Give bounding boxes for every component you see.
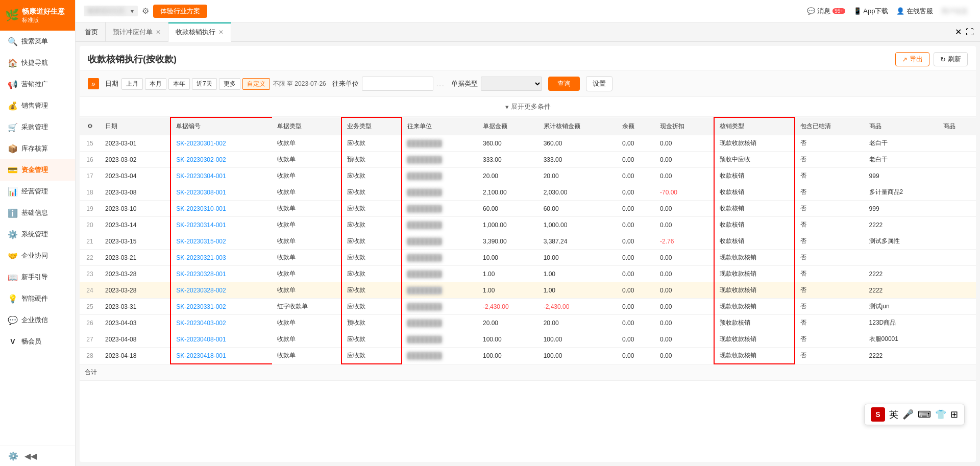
- cell-balance: 0.00: [617, 152, 655, 168]
- breadcrumb-app[interactable]: 畅康道好生意 ▾: [84, 6, 138, 16]
- col-header-order-type[interactable]: 单据类型: [272, 117, 341, 135]
- sidebar-item-marketing[interactable]: 📢 营销推广: [0, 73, 75, 95]
- refresh-button[interactable]: ↻ 刷新: [934, 52, 968, 66]
- order-no-link[interactable]: SK-20230310-001: [176, 205, 226, 212]
- cell-biz-type: 预收款: [341, 315, 402, 331]
- tab-receivable[interactable]: 收款核销执行 ✕: [168, 22, 231, 42]
- partner-cell-blurred: ████████: [407, 238, 442, 245]
- order-no-link[interactable]: SK-20230302-002: [176, 156, 226, 163]
- filter-settings-button[interactable]: 设置: [586, 76, 612, 91]
- cell-order-type: 收款单: [272, 331, 341, 348]
- col-header-include-settled[interactable]: 包含已结清: [795, 117, 864, 135]
- export-button[interactable]: ↗ 导出: [895, 52, 929, 66]
- keyboard-icon[interactable]: ⌨: [918, 409, 931, 420]
- sidebar-item-guide[interactable]: 📖 新手引导: [0, 266, 75, 288]
- col-header-biz-type[interactable]: 业务类型: [341, 117, 402, 135]
- cell-biz-type: 应收款: [341, 217, 402, 233]
- user-info[interactable]: 用户信息: [941, 7, 972, 16]
- col-header-balance[interactable]: 余额: [617, 117, 655, 135]
- sidebar-item-basic[interactable]: ℹ️ 基础信息: [0, 202, 75, 224]
- page-header: 收款核销执行(按收款) ↗ 导出 ↻ 刷新: [80, 46, 976, 71]
- sidebar-item-operations[interactable]: 📊 经营管理: [0, 181, 75, 202]
- query-button[interactable]: 查询: [548, 77, 580, 91]
- order-no-link[interactable]: SK-20230308-001: [176, 189, 226, 196]
- cell-verify-type: 收款核销: [714, 201, 795, 217]
- sidebar-item-vip[interactable]: V 畅会员: [0, 331, 75, 352]
- cell-product2: [938, 168, 976, 184]
- sidebar-collapse-btn[interactable]: ◀◀: [24, 451, 37, 461]
- filter-date-custom[interactable]: 自定义: [242, 78, 270, 90]
- order-no-link[interactable]: SK-20230301-002: [176, 140, 226, 147]
- order-no-link[interactable]: SK-20230418-001: [176, 352, 226, 359]
- message-badge-container[interactable]: 💬 消息 99+: [807, 7, 845, 16]
- table-row: 19 2023-03-10 SK-20230310-001 收款单 应收款 ██…: [80, 201, 976, 217]
- sidebar-item-finance[interactable]: 💳 资金管理: [0, 159, 75, 181]
- order-no-link[interactable]: SK-20230328-002: [176, 287, 226, 294]
- order-no-link[interactable]: SK-20230408-001: [176, 336, 226, 343]
- tab-payable[interactable]: 预计冲应付单 ✕: [106, 22, 168, 42]
- order-no-link[interactable]: SK-20230321-003: [176, 254, 226, 261]
- expand-more-btn[interactable]: ▾ 展开更多条件: [501, 100, 555, 113]
- col-header-verify-type[interactable]: 核销类型: [714, 117, 795, 135]
- col-header-partner[interactable]: 往来单位: [402, 117, 478, 135]
- col-header-order-no[interactable]: 单据编号: [170, 117, 272, 135]
- filter-toggle-btn[interactable]: »: [88, 78, 99, 89]
- cell-verified: 360.00: [538, 135, 617, 152]
- cell-amount: 10.00: [478, 250, 538, 266]
- cell-biz-type: 应收款: [341, 201, 402, 217]
- order-no-link[interactable]: SK-20230331-002: [176, 303, 226, 310]
- filter-date-more[interactable]: 更多: [219, 78, 240, 90]
- order-no-link[interactable]: SK-20230328-001: [176, 271, 226, 278]
- cell-verified: 2,030.00: [538, 184, 617, 201]
- order-no-link[interactable]: SK-20230403-002: [176, 320, 226, 327]
- col-header-discount[interactable]: 现金折扣: [655, 117, 714, 135]
- sidebar-item-wechat[interactable]: 💬 企业微信: [0, 309, 75, 331]
- message-count-badge: 99+: [832, 8, 845, 14]
- order-no-link[interactable]: SK-20230315-002: [176, 238, 226, 245]
- sidebar-item-system[interactable]: ⚙️ 系统管理: [0, 224, 75, 245]
- sidebar-item-search[interactable]: 🔍 搜索菜单: [0, 31, 75, 52]
- order-no-link[interactable]: SK-20230304-001: [176, 173, 226, 180]
- order-no-link[interactable]: SK-20230314-001: [176, 222, 226, 229]
- table-footer-row: 合计: [80, 364, 976, 381]
- cell-biz-type: 应收款: [341, 331, 402, 348]
- tab-receivable-close-icon[interactable]: ✕: [218, 29, 224, 36]
- tab-payable-close-icon[interactable]: ✕: [156, 29, 161, 36]
- sidebar-item-hardware[interactable]: 💡 智能硬件: [0, 288, 75, 309]
- settings-gear-btn[interactable]: ⚙: [142, 6, 149, 16]
- filter-date-7days[interactable]: 近7天: [192, 78, 217, 90]
- partner-cell-blurred: ████████: [407, 156, 442, 163]
- sidebar-item-purchase[interactable]: 🛒 采购管理: [0, 116, 75, 138]
- tab-close-all-btn[interactable]: ✕: [955, 27, 962, 37]
- app-download-link[interactable]: 📱 App下载: [853, 7, 888, 16]
- filter-partner-input[interactable]: [362, 77, 433, 91]
- col-header-date[interactable]: 日期: [100, 117, 170, 135]
- tab-maximize-btn[interactable]: ⛶: [966, 28, 974, 37]
- filter-voucher-type-select[interactable]: [481, 77, 542, 91]
- top-header: 畅康道好生意 ▾ ⚙ 体验行业方案 💬 消息 99+ 📱 App下载 👤 在线客…: [76, 0, 980, 22]
- sidebar-item-enterprise[interactable]: 🤝 企业协同: [0, 245, 75, 266]
- col-header-amount[interactable]: 单据金额: [478, 117, 538, 135]
- sidebar-settings-btn[interactable]: ⚙️: [8, 451, 18, 461]
- filter-date-last-month[interactable]: 上月: [121, 78, 143, 90]
- col-header-product[interactable]: 商品: [864, 117, 939, 135]
- sidebar-item-sales[interactable]: 💰 销售管理: [0, 95, 75, 116]
- sidebar-item-inventory[interactable]: 📦 库存核算: [0, 138, 75, 159]
- english-btn[interactable]: 英: [889, 408, 898, 421]
- solution-button[interactable]: 体验行业方案: [153, 5, 207, 18]
- cell-date: 2023-03-10: [100, 201, 170, 217]
- filter-date-this-month[interactable]: 本月: [145, 78, 166, 90]
- mic-icon[interactable]: 🎤: [902, 409, 914, 420]
- grid-icon[interactable]: ⊞: [950, 409, 958, 420]
- cell-order-type: 收款单: [272, 250, 341, 266]
- col-header-verified[interactable]: 累计核销金额: [538, 117, 617, 135]
- filter-date-this-year[interactable]: 本年: [168, 78, 190, 90]
- table-footer-label: 合计: [80, 364, 976, 381]
- col-header-product2[interactable]: 商品: [938, 117, 976, 135]
- online-service-link[interactable]: 👤 在线客服: [896, 7, 933, 16]
- tab-home[interactable]: 首页: [78, 22, 106, 42]
- sidebar-item-quicknav[interactable]: 🏠 快捷导航: [0, 52, 75, 73]
- shirt-icon[interactable]: 👕: [935, 409, 946, 420]
- cell-include-settled: 否: [795, 266, 864, 282]
- cell-partner: ████████: [402, 152, 478, 168]
